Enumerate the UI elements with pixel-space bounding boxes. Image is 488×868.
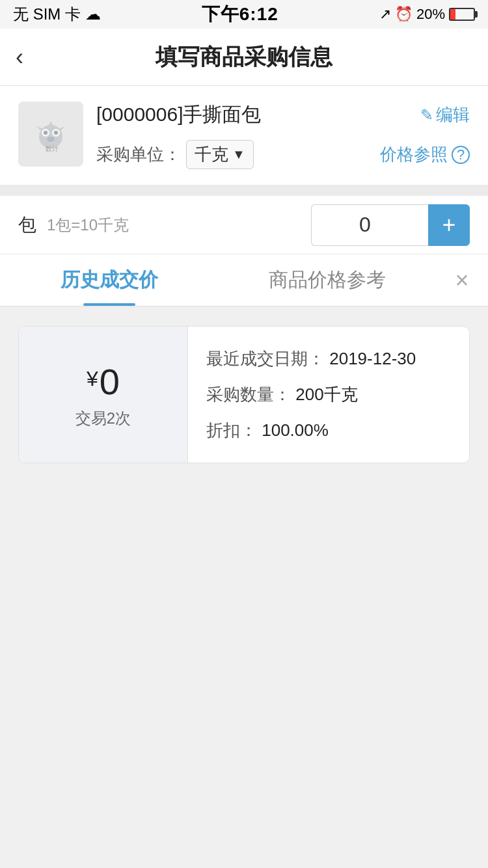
edit-icon: ✎ xyxy=(420,106,433,124)
unit-value: 千克 xyxy=(195,143,228,166)
tab-history-label: 历史成交价 xyxy=(61,267,158,293)
unit-left: 采购单位： 千克 ▼ xyxy=(96,140,254,169)
svg-point-4 xyxy=(54,131,58,135)
qty-label: 采购数量： xyxy=(206,385,291,404)
trade-detail-date: 最近成交日期： 2019-12-30 xyxy=(206,346,451,372)
tabs-container: 历史成交价 商品价格参考 × xyxy=(0,254,488,306)
svg-point-5 xyxy=(47,137,55,142)
quantity-plus-button[interactable]: + xyxy=(428,204,470,246)
status-right: ↗ ⏰ 20% xyxy=(379,6,475,23)
trade-card-right: 最近成交日期： 2019-12-30 采购数量： 200千克 折扣： 100.0… xyxy=(188,327,469,463)
product-logo-icon: 数计 xyxy=(31,115,70,154)
edit-button[interactable]: ✎ 编辑 xyxy=(420,103,470,126)
tab-history-price[interactable]: 历史成交价 xyxy=(0,254,218,306)
purchase-unit-row: 采购单位： 千克 ▼ 价格参照 ? xyxy=(96,140,470,169)
unit-equiv-label: 1包=10千克 xyxy=(47,215,311,236)
currency-symbol: ¥ xyxy=(87,367,98,391)
date-value: 2019-12-30 xyxy=(329,349,416,368)
svg-marker-6 xyxy=(48,121,53,126)
page-header: ‹ 填写商品采购信息 xyxy=(0,29,488,86)
trade-card: ¥ 0 交易2次 最近成交日期： 2019-12-30 采购数量： 200千克 … xyxy=(18,326,470,463)
svg-text:数计: 数计 xyxy=(46,145,59,152)
dropdown-arrow-icon: ▼ xyxy=(232,147,245,162)
price-ref-button[interactable]: 价格参照 ? xyxy=(380,143,470,166)
no-sim-label: 无 SIM 卡 ☁ xyxy=(13,4,101,25)
status-bar: 无 SIM 卡 ☁ 下午6:12 ↗ ⏰ 20% xyxy=(0,0,488,29)
discount-value: 100.00% xyxy=(262,420,329,440)
trade-detail-discount: 折扣： 100.00% xyxy=(206,418,451,443)
help-icon: ? xyxy=(452,146,470,164)
quantity-input[interactable] xyxy=(311,204,428,246)
trade-detail-qty: 采购数量： 200千克 xyxy=(206,382,451,407)
product-image: 数计 xyxy=(18,102,83,167)
section-divider xyxy=(0,185,488,196)
alarm-icon: ⏰ xyxy=(395,6,413,23)
battery-percent: 20% xyxy=(416,6,445,23)
battery-icon xyxy=(449,8,475,21)
unit-select[interactable]: 千克 ▼ xyxy=(186,140,254,169)
trade-card-left: ¥ 0 交易2次 xyxy=(19,327,188,463)
tab-close-button[interactable]: × xyxy=(436,254,488,306)
discount-label: 折扣： xyxy=(206,420,257,440)
product-name: [0000006]手撕面包 xyxy=(96,102,261,128)
edit-label: 编辑 xyxy=(436,103,470,126)
tab-price-ref[interactable]: 商品价格参考 xyxy=(218,254,436,306)
status-time: 下午6:12 xyxy=(202,2,278,27)
trade-count: 交易2次 xyxy=(75,408,131,429)
location-icon: ↗ xyxy=(379,6,391,23)
qty-value: 200千克 xyxy=(295,385,357,404)
trade-price: ¥ 0 xyxy=(87,360,120,403)
svg-point-3 xyxy=(44,131,47,135)
product-info: [0000006]手撕面包 ✎ 编辑 采购单位： 千克 ▼ 价格参照 ? xyxy=(96,102,470,169)
price-ref-label: 价格参照 xyxy=(380,143,448,166)
trade-price-value: 0 xyxy=(100,360,120,403)
product-card: 数计 [0000006]手撕面包 ✎ 编辑 采购单位： 千克 ▼ 价格参照 ? xyxy=(0,86,488,185)
quantity-row: 包 1包=10千克 + xyxy=(0,196,488,254)
tab-price-label: 商品价格参考 xyxy=(269,267,386,293)
trade-card-section: ¥ 0 交易2次 最近成交日期： 2019-12-30 采购数量： 200千克 … xyxy=(0,306,488,697)
unit-label-text: 采购单位： xyxy=(96,143,181,166)
product-name-row: [0000006]手撕面包 ✎ 编辑 xyxy=(96,102,470,128)
status-left: 无 SIM 卡 ☁ xyxy=(13,4,101,25)
package-unit-label: 包 xyxy=(18,213,36,237)
date-label: 最近成交日期： xyxy=(206,349,325,368)
back-button[interactable]: ‹ xyxy=(16,44,23,71)
quantity-input-wrap: + xyxy=(311,204,470,246)
page-title: 填写商品采购信息 xyxy=(156,42,332,72)
